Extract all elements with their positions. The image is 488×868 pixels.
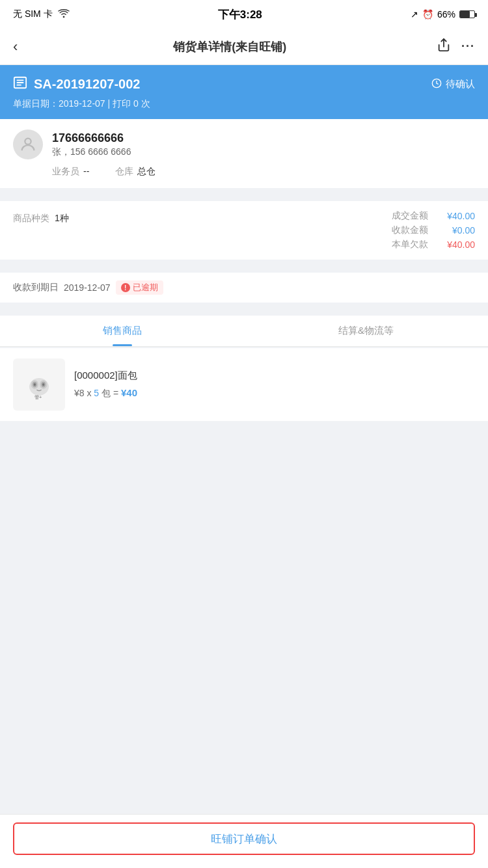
svg-text:管+: 管+: [34, 395, 42, 400]
status-clock-icon: [431, 78, 442, 90]
status-left: 无 SIM 卡: [13, 8, 70, 20]
product-name: [0000002]面包: [74, 370, 475, 382]
received-label: 收款金额: [392, 224, 428, 236]
svg-point-6: [25, 139, 31, 144]
overdue-dot-icon: !: [121, 283, 130, 292]
tab-settlement-logistics[interactable]: 结算&物流等: [244, 316, 488, 346]
order-date: 单据日期：2019-12-07 | 打印 0 次: [13, 98, 475, 110]
product-price-row: ¥8 x 5 包 = ¥40: [74, 387, 475, 400]
wifi-icon: [58, 9, 70, 20]
order-icon: [13, 75, 27, 93]
overdue-text: 已逾期: [133, 282, 158, 293]
order-id: SA-20191207-002: [13, 75, 140, 93]
owed-value: ¥40.00: [436, 239, 475, 250]
divider-3: [0, 309, 488, 316]
nav-actions: ···: [437, 38, 475, 55]
due-value: 2019-12-07: [64, 282, 111, 293]
order-header: SA-20191207-002 待确认 单据日期：2019-12-07 | 打印…: [0, 65, 488, 119]
tab-sales-products[interactable]: 销售商品: [0, 316, 244, 346]
received-value: ¥0.00: [436, 225, 475, 236]
customer-meta: 业务员 -- 仓库 总仓: [13, 166, 475, 178]
page-title: 销货单详情(来自旺铺): [173, 39, 286, 55]
tabs-container: 销售商品 结算&物流等: [0, 316, 488, 347]
order-id-text: SA-20191207-002: [34, 77, 140, 92]
product-info: [0000002]面包 ¥8 x 5 包 = ¥40: [74, 370, 475, 400]
unit-price: ¥8: [74, 388, 85, 398]
location-icon: ↗: [411, 9, 418, 20]
battery-percent: 66%: [437, 9, 455, 20]
product-type-value: 1种: [55, 213, 69, 224]
customer-card: 17666666666 张，156 6666 6666 业务员 -- 仓库 总仓: [0, 119, 488, 188]
divider-1: [0, 195, 488, 201]
warehouse-label: 仓库: [115, 166, 133, 178]
confirm-order-button[interactable]: 旺铺订单确认: [13, 822, 475, 855]
salesperson-value: --: [83, 166, 89, 178]
nav-bar: ‹ 销货单详情(来自旺铺) ···: [0, 29, 488, 65]
status-bar: 无 SIM 卡 下午3:28 ↗ ⏰ 66%: [0, 0, 488, 29]
battery-icon: [459, 10, 475, 18]
back-button[interactable]: ‹: [8, 33, 23, 61]
unit-label: 包: [102, 388, 111, 398]
total-price: ¥40: [121, 387, 137, 398]
product-thumbnail: 管+: [13, 359, 65, 411]
summary-amounts: 成交金额 ¥40.00 收款金额 ¥0.00 本单欠款 ¥40.00: [392, 210, 475, 251]
svg-point-12: [34, 383, 36, 386]
salesperson-label: 业务员: [52, 166, 79, 178]
due-date-card: 收款到期日 2019-12-07 ! 已逾期: [0, 273, 488, 303]
more-button[interactable]: ···: [461, 40, 475, 53]
due-label: 收款到期日: [13, 282, 59, 293]
bottom-bar: 旺铺订单确认: [0, 814, 488, 868]
deal-amount-value: ¥40.00: [436, 211, 475, 221]
avatar: [13, 129, 43, 159]
order-status: 待确认: [431, 78, 475, 90]
warehouse-value: 总仓: [137, 166, 156, 178]
product-section: 管+ [0000002]面包 ¥8 x 5 包 = ¥40: [0, 348, 488, 421]
overdue-badge: ! 已逾期: [116, 280, 163, 295]
owed-label: 本单欠款: [392, 239, 428, 251]
svg-point-13: [42, 383, 44, 386]
summary-card: 商品种类 1种 成交金额 ¥40.00 收款金额 ¥0.00 本单欠款 ¥40.…: [0, 201, 488, 260]
empty-area: [0, 421, 488, 551]
status-right: ↗ ⏰ 66%: [411, 9, 475, 20]
alarm-icon: ⏰: [422, 9, 433, 20]
product-item: 管+ [0000002]面包 ¥8 x 5 包 = ¥40: [0, 348, 488, 421]
customer-phone: 17666666666: [52, 131, 131, 145]
quantity: 5: [94, 388, 99, 398]
status-text: 待确认: [446, 78, 475, 90]
divider-2: [0, 266, 488, 273]
share-button[interactable]: [437, 38, 451, 55]
customer-contact: 张，156 6666 6666: [52, 146, 131, 158]
status-time: 下午3:28: [218, 7, 262, 22]
deal-amount-label: 成交金额: [392, 210, 428, 222]
carrier-label: 无 SIM 卡: [13, 8, 53, 20]
product-type-label: 商品种类: [13, 213, 49, 224]
